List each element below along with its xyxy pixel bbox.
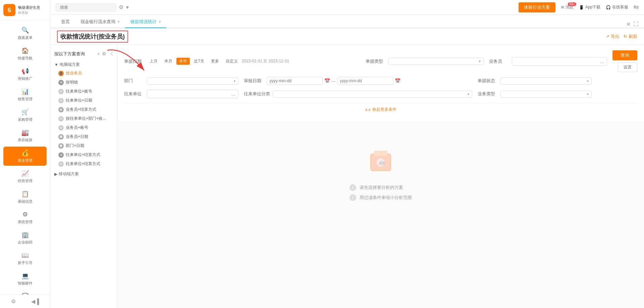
- date-tab-prev-month[interactable]: 上月: [147, 58, 160, 65]
- partner-select[interactable]: ...: [147, 90, 238, 98]
- date-tab-custom[interactable]: 自定义: [223, 58, 240, 65]
- salesman-select[interactable]: ...: [512, 57, 607, 66]
- trial-button[interactable]: 体验行业方案: [519, 2, 555, 12]
- sidebar-item-corp[interactable]: 🏢 企业协同: [0, 228, 50, 248]
- sidebar-item-purchase[interactable]: 🛒 采购管理: [0, 105, 50, 125]
- tree-item-unit-dept[interactable]: ⊟ 按往来单位+部门+收...: [50, 114, 117, 123]
- panel-add-icon[interactable]: +: [97, 51, 100, 57]
- date-tab-last7[interactable]: 近7天: [191, 58, 207, 65]
- sidebar-item-sales[interactable]: 📊 销售管理: [0, 85, 50, 105]
- dept-label: 部门: [124, 78, 144, 84]
- doc-status-select[interactable]: ▾: [500, 78, 592, 85]
- logo-area: 6 畅捷通好生意 标准版: [0, 0, 50, 20]
- step-num-2: 2: [350, 194, 356, 201]
- tree-item-salesman-account[interactable]: ⊟ 业务员+账号: [50, 123, 117, 132]
- page-actions: ↗ 导出 ↻ 刷新: [606, 34, 637, 40]
- review-date-start[interactable]: [267, 77, 323, 85]
- tab-home[interactable]: 首页: [56, 16, 75, 28]
- partner-category-select[interactable]: ▾: [273, 91, 472, 98]
- tree-item-unit-date[interactable]: ⊟ 往来单位+日期: [50, 96, 117, 105]
- salesman-account-icon: ⊟: [58, 125, 64, 131]
- sidebar-item-hardware[interactable]: 💻 智能硬件: [0, 269, 50, 289]
- system-icon: ⚙: [22, 211, 28, 218]
- window-maximize-btn[interactable]: ⛶: [633, 21, 639, 28]
- tree-item-unit-settle2[interactable]: ⊟ 往来单位+结算方式: [50, 159, 117, 168]
- review-date-end[interactable]: [337, 77, 393, 85]
- tree-item-dept-date[interactable]: 🕐 部门+日期: [50, 141, 117, 150]
- app-download-action[interactable]: 📱 App下载: [579, 4, 600, 10]
- biz-type-label: 业务类型: [478, 91, 498, 97]
- sidebar-item-search[interactable]: 🔍 搜索菜单: [0, 23, 50, 44]
- partner-dots[interactable]: ...: [231, 91, 235, 97]
- form-row-3: 往来单位 ... 往来单位分类 ▾ 业务类型: [124, 90, 637, 98]
- tree-section-mobile: ▶ 移动端方案: [50, 170, 117, 178]
- sidebar-item-operations[interactable]: 📈 经营管理: [0, 166, 50, 187]
- home-icon: 🏠: [21, 47, 29, 54]
- panel-gear-icon[interactable]: ⚙: [102, 51, 106, 57]
- date-tab-more[interactable]: 更多: [208, 58, 222, 65]
- settings-button[interactable]: 设置: [618, 62, 637, 72]
- left-panel: 按以下方案查询 + ⚙ 《 ▼ 电脑端方案 👤 按业务员 ⊞: [50, 45, 117, 308]
- svg-text:🤖: 🤖: [379, 160, 385, 165]
- collapse-sidebar-btn[interactable]: ◀▐: [31, 298, 39, 305]
- query-button[interactable]: 查询: [612, 50, 637, 60]
- doc-type-field: 单据类型 ▾: [366, 58, 484, 65]
- export-button[interactable]: ↗ 导出: [606, 34, 620, 40]
- header-dropdown-icon[interactable]: ▾: [126, 4, 129, 10]
- partner-category-arrow: ▾: [468, 92, 469, 96]
- salesman-date-icon: 🕐: [58, 134, 64, 140]
- date-tab-this-year[interactable]: 本年: [176, 58, 190, 65]
- sidebar-item-guide[interactable]: 📖 新手引导: [0, 248, 50, 269]
- salesman-dots[interactable]: ...: [600, 59, 604, 64]
- date-tab-this-month[interactable]: 本月: [162, 58, 175, 65]
- collapse-bar[interactable]: ∧∧ 收起更多条件: [124, 103, 637, 116]
- dept-arrow: ▾: [234, 79, 235, 83]
- sidebar: 6 畅捷通好生意 标准版 🔍 搜索菜单 🏠 快捷导航 📢 营销推广 📊 销售管理…: [0, 0, 50, 308]
- tree-section-title-desktop[interactable]: ▼ 电脑端方案: [50, 60, 117, 69]
- tree-item-by-detail[interactable]: ⊞ 按明细: [50, 78, 117, 87]
- online-service-action[interactable]: 🎧 在线客服: [606, 4, 628, 10]
- tree-item-unit-settle1[interactable]: ⊞ 往来单位+结算方式: [50, 150, 117, 159]
- panel-header: 按以下方案查询 + ⚙ 《: [50, 49, 117, 59]
- doc-type-select[interactable]: ▾: [388, 58, 484, 65]
- sidebar-item-finance[interactable]: 💰 资金管理: [3, 147, 47, 166]
- biz-type-select[interactable]: ▾: [500, 91, 592, 98]
- message-action[interactable]: ✉ 消息 99+: [561, 4, 574, 10]
- salesman-field: 业务员 ...: [489, 57, 607, 66]
- header-search-input[interactable]: [56, 3, 116, 11]
- tree-item-salesman-settle[interactable]: ▦ 业务员+结算方式: [50, 105, 117, 114]
- sidebar-item-warehouse[interactable]: 🏭 库存核算: [0, 125, 50, 146]
- panel-header-icons: + ⚙ 《: [97, 51, 113, 57]
- window-close-btn[interactable]: ✕: [626, 21, 631, 28]
- hardware-icon: 💻: [21, 272, 29, 279]
- tree-item-by-salesman[interactable]: 👤 按业务员: [50, 69, 117, 78]
- dept-select[interactable]: ▾: [147, 78, 238, 85]
- tree-item-unit-account[interactable]: ⊟ 往来单位+账号: [50, 87, 117, 96]
- tree-item-salesman-date[interactable]: 🕐 业务员+日期: [50, 132, 117, 141]
- sidebar-item-basic[interactable]: 📋 基础信息: [0, 187, 50, 207]
- panel-collapse-icon[interactable]: 《: [108, 51, 113, 57]
- unit-date-icon: ⊟: [58, 98, 64, 103]
- header-right: 体验行业方案 ✉ 消息 99+ 📱 App下载 🎧 在线客服 Rit: [519, 2, 639, 12]
- logo-icon: 6: [3, 4, 15, 16]
- tab-close-bank-flow[interactable]: ×: [117, 19, 120, 24]
- action-buttons: 查询 设置: [612, 50, 637, 72]
- tree-section-title-mobile[interactable]: ▶ 移动端方案: [50, 170, 117, 178]
- sidebar-item-marketing[interactable]: 📢 营销推广: [0, 64, 50, 85]
- collapse-label: 收起更多条件: [372, 107, 396, 112]
- header-gear-icon[interactable]: ⚙: [119, 4, 123, 10]
- sidebar-nav: 🔍 搜索菜单 🏠 快捷导航 📢 营销推广 📊 销售管理 🛒 采购管理 🏭 库存核…: [0, 20, 50, 295]
- tab-collection-stats[interactable]: 收款情况统计 ×: [125, 16, 166, 28]
- sidebar-item-quick-nav[interactable]: 🏠 快捷导航: [0, 44, 50, 64]
- user-name-area[interactable]: Rit: [634, 5, 639, 10]
- sidebar-item-wechat[interactable]: 💬 企业微信: [0, 289, 50, 295]
- review-date-field: 审核日期 📅 — 📅: [244, 77, 472, 85]
- tab-bar: 首页 现金银行流水查询 × 收款情况统计 × ✕ ⛶: [50, 15, 644, 28]
- sidebar-item-system[interactable]: ⚙ 系统管理: [0, 207, 50, 228]
- tab-bank-flow[interactable]: 现金银行流水查询 ×: [75, 16, 125, 28]
- tab-close-collection-stats[interactable]: ×: [159, 19, 161, 24]
- settings-bottom-btn[interactable]: ⚙: [11, 298, 16, 305]
- refresh-button[interactable]: ↻ 刷新: [624, 34, 637, 40]
- service-icon: 🎧: [606, 5, 611, 10]
- review-date-label: 审核日期: [244, 78, 264, 84]
